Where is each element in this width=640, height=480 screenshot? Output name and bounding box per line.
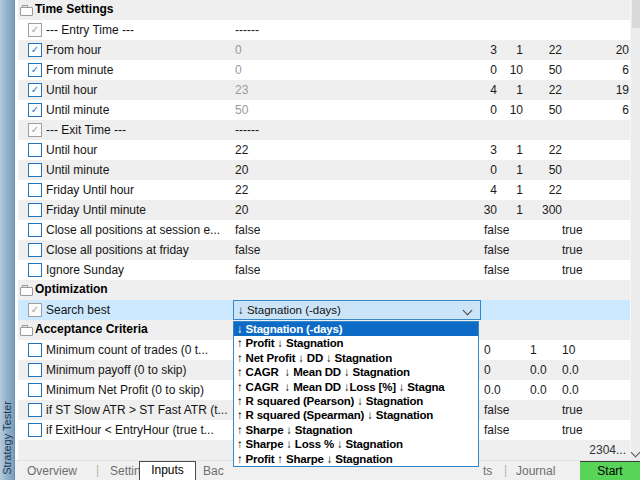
start-cell[interactable]: 4 xyxy=(440,83,497,97)
param-row[interactable]: From minute0010506 xyxy=(18,60,630,80)
start-cell[interactable]: false xyxy=(484,263,509,277)
stop-cell[interactable]: true xyxy=(562,403,583,417)
param-row[interactable]: --- Exit Time --------- xyxy=(18,120,630,140)
step-cell[interactable]: 1 xyxy=(499,163,523,177)
checkbox[interactable] xyxy=(28,203,42,217)
checkbox[interactable] xyxy=(28,183,42,197)
checkbox[interactable] xyxy=(28,223,42,237)
start-cell[interactable]: 4 xyxy=(440,183,497,197)
checkbox[interactable] xyxy=(28,23,42,37)
step-cell[interactable]: 0.0 xyxy=(530,383,547,397)
stop-cell[interactable]: 300 xyxy=(525,203,562,217)
param-row[interactable]: Until hour23412219 xyxy=(18,80,630,100)
stop-cell[interactable]: 50 xyxy=(525,103,562,117)
start-cell[interactable]: false xyxy=(484,223,509,237)
dropdown-item[interactable]: ↑ R squared (Pearson) ↓ Stagnation xyxy=(234,394,478,408)
checkbox[interactable] xyxy=(28,143,42,157)
stop-cell[interactable]: 0.0 xyxy=(562,363,579,377)
stop-cell[interactable]: 22 xyxy=(525,143,562,157)
param-value[interactable]: 0 xyxy=(235,43,242,57)
checkbox[interactable] xyxy=(28,243,42,257)
checkbox[interactable] xyxy=(28,63,42,77)
start-cell[interactable]: 0 xyxy=(484,363,491,377)
stop-cell[interactable]: 10 xyxy=(562,343,575,357)
checkbox[interactable] xyxy=(28,363,42,377)
checkbox[interactable] xyxy=(28,263,42,277)
checkbox[interactable] xyxy=(28,383,42,397)
param-row[interactable]: Until hour223122 xyxy=(18,140,630,160)
step-cell[interactable]: 10 xyxy=(499,63,523,77)
search-best-combobox[interactable]: ↓ Stagnation (-days) xyxy=(233,300,481,320)
param-row[interactable]: Close all positions at fridayfalsefalset… xyxy=(18,240,630,260)
param-value[interactable]: ------ xyxy=(235,23,259,37)
start-cell[interactable]: 0 xyxy=(440,163,497,177)
start-cell[interactable]: 0 xyxy=(440,103,497,117)
stop-cell[interactable]: true xyxy=(562,243,583,257)
tab-journal[interactable]: Journal xyxy=(516,464,555,478)
tab-agents[interactable]: ts xyxy=(483,464,492,478)
step-cell[interactable]: 0.0 xyxy=(530,363,547,377)
stop-cell[interactable]: 22 xyxy=(525,43,562,57)
step-cell[interactable]: 1 xyxy=(499,43,523,57)
vertical-scrollbar[interactable] xyxy=(630,0,640,460)
strategy-tester-vertical-tab[interactable]: Strategy Tester xyxy=(0,0,15,480)
param-value[interactable]: 50 xyxy=(235,103,248,117)
tab-overview[interactable]: Overview xyxy=(27,464,77,478)
checkbox[interactable] xyxy=(28,103,42,117)
param-row[interactable]: Friday Until hour224122 xyxy=(18,180,630,200)
start-cell[interactable]: false xyxy=(484,423,509,437)
dropdown-item[interactable]: ↑ Profit ↑ Sharpe ↓ Stagnation xyxy=(234,452,478,466)
step-cell[interactable]: 1 xyxy=(530,343,537,357)
param-value[interactable]: 20 xyxy=(235,163,248,177)
dropdown-item[interactable]: ↑ Profit ↓ Stagnation xyxy=(234,336,478,350)
param-row[interactable]: Until minute200150 xyxy=(18,160,630,180)
steps-count-cell[interactable]: 19 xyxy=(564,83,629,97)
param-row[interactable]: Ignore Sundayfalsefalsetrue xyxy=(18,260,630,280)
step-cell[interactable]: 10 xyxy=(499,103,523,117)
param-row[interactable]: Friday Until minute20301300 xyxy=(18,200,630,220)
stop-cell[interactable]: true xyxy=(562,263,583,277)
start-cell[interactable]: 30 xyxy=(440,203,497,217)
checkbox[interactable] xyxy=(28,83,42,97)
param-value[interactable]: false xyxy=(235,223,260,237)
group-row[interactable]: Optimization xyxy=(18,280,630,300)
steps-count-cell[interactable]: 6 xyxy=(564,63,629,77)
dropdown-item[interactable]: ↑ R squared (Spearman) ↓ Stagnation xyxy=(234,408,478,422)
stop-cell[interactable]: 22 xyxy=(525,83,562,97)
param-value[interactable]: 23 xyxy=(235,83,248,97)
param-row[interactable]: Close all positions at session e...false… xyxy=(18,220,630,240)
tab-inputs[interactable]: Inputs xyxy=(139,461,196,480)
param-row[interactable]: Search best↓ Stagnation (-days) xyxy=(18,300,630,320)
start-cell[interactable]: 3 xyxy=(440,43,497,57)
checkbox[interactable] xyxy=(28,403,42,417)
start-cell[interactable]: 0.0 xyxy=(484,383,501,397)
param-value[interactable]: 22 xyxy=(235,183,248,197)
checkbox[interactable] xyxy=(28,163,42,177)
param-row[interactable]: From hour0312220 xyxy=(18,40,630,60)
start-cell[interactable]: false xyxy=(484,243,509,257)
start-cell[interactable]: false xyxy=(484,403,509,417)
checkbox[interactable] xyxy=(28,303,42,317)
checkbox[interactable] xyxy=(28,343,42,357)
dropdown-item[interactable]: ↑ Sharpe ↓ Loss % ↓ Stagnation xyxy=(234,437,478,451)
steps-count-cell[interactable]: 6 xyxy=(564,103,629,117)
step-cell[interactable]: 1 xyxy=(499,143,523,157)
start-button[interactable]: Start xyxy=(580,461,640,480)
chevron-down-icon[interactable] xyxy=(463,306,473,316)
dropdown-item[interactable]: ↑ CAGR ↓ Mean DD ↓Loss [%] ↓ Stagna xyxy=(234,380,478,394)
stop-cell[interactable]: true xyxy=(562,223,583,237)
param-value[interactable]: false xyxy=(235,263,260,277)
stop-cell[interactable]: 0.0 xyxy=(562,383,579,397)
param-value[interactable]: 0 xyxy=(235,63,242,77)
step-cell[interactable]: 1 xyxy=(499,183,523,197)
stop-cell[interactable]: 50 xyxy=(525,163,562,177)
tab-backtest[interactable]: Bac xyxy=(203,464,224,478)
param-value[interactable]: false xyxy=(235,243,260,257)
param-value[interactable]: 22 xyxy=(235,143,248,157)
step-cell[interactable]: 1 xyxy=(499,203,523,217)
dropdown-item[interactable]: ↑ Sharpe ↓ Stagnation xyxy=(234,423,478,437)
checkbox[interactable] xyxy=(28,423,42,437)
param-row[interactable]: --- Entry Time --------- xyxy=(18,20,630,40)
stop-cell[interactable]: 22 xyxy=(525,183,562,197)
stop-cell[interactable]: 50 xyxy=(525,63,562,77)
